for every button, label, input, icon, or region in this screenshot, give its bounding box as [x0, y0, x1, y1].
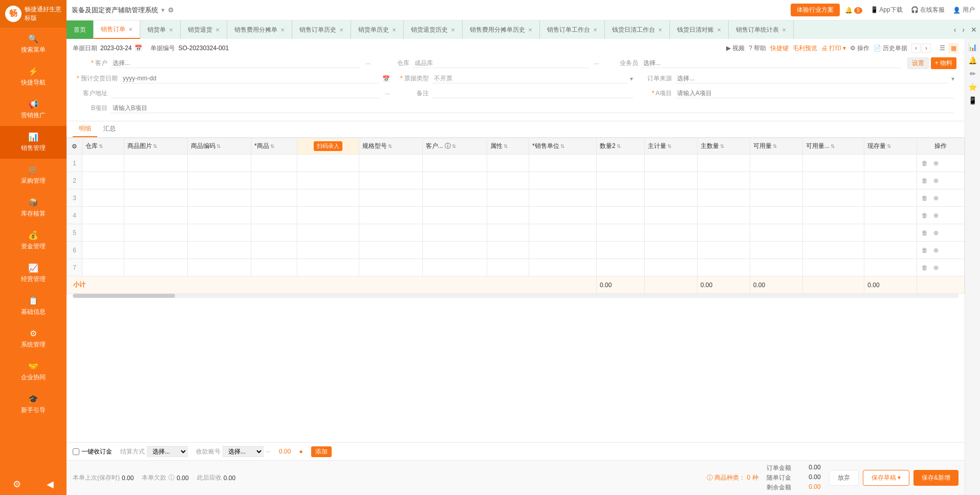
th-product[interactable]: *商品: [251, 138, 297, 155]
delivery-date-input[interactable]: [121, 74, 379, 83]
tabs-next-button[interactable]: ›: [959, 24, 968, 36]
row-7-copy-btn[interactable]: ⊕: [931, 263, 941, 272]
tab-sales-order-close[interactable]: ✕: [128, 27, 133, 32]
sidebar-item-guide[interactable]: 🎓 新手引导: [0, 388, 67, 421]
row-2-customer-code[interactable]: [422, 172, 487, 189]
th-main-unit[interactable]: 主计量: [644, 138, 697, 155]
row-2-code[interactable]: [188, 172, 251, 189]
row-1-product[interactable]: [251, 155, 297, 172]
add-item-button[interactable]: + 物料: [931, 57, 956, 69]
row-2-copy-btn[interactable]: ⊕: [931, 176, 941, 185]
th-unit[interactable]: *销售单位: [529, 138, 596, 155]
tabs-more-button[interactable]: ✕: [968, 24, 980, 36]
th-attr[interactable]: 属性: [487, 138, 529, 155]
row-1-customer-code[interactable]: [422, 155, 487, 172]
scan-button[interactable]: 扫码录入: [314, 141, 342, 151]
sidebar-collapse-icon[interactable]: ◀: [47, 479, 54, 490]
row-2-stock[interactable]: [864, 172, 917, 189]
right-tool-star-btn[interactable]: ⭐: [967, 81, 979, 93]
grid-view-icon[interactable]: ▦: [948, 43, 959, 53]
order-source-dropdown-icon[interactable]: ▾: [951, 75, 954, 82]
account-select[interactable]: 选择...: [223, 446, 264, 457]
sidebar-item-purchase[interactable]: 🛒 采购管理: [0, 159, 67, 191]
save-draft-button[interactable]: 保存草稿 ▾: [863, 470, 909, 486]
tab-invoice-history[interactable]: 销货单历史 ✕: [351, 20, 404, 39]
tab-sales-invoice[interactable]: 销货单 ✕: [140, 20, 181, 39]
tab-expense-history[interactable]: 销售费用分摊单历史 ✕: [463, 20, 540, 39]
row-1-spec[interactable]: [359, 155, 422, 172]
print-btn[interactable]: 🖨 打印 ▾: [821, 44, 846, 53]
row-2-attr[interactable]: [487, 172, 529, 189]
save-new-button[interactable]: 保存&新增: [913, 470, 959, 486]
sidebar-item-sales[interactable]: 📊 销售管理: [0, 126, 67, 159]
next-record-btn[interactable]: ›: [922, 44, 931, 53]
right-tool-chart-btn[interactable]: 📊: [967, 41, 979, 53]
tab-sales-return[interactable]: 销货退货 ✕: [181, 20, 227, 39]
ticket-type-input[interactable]: [432, 74, 627, 83]
sidebar-settings-icon[interactable]: ⚙: [13, 479, 21, 490]
address-more-icon[interactable]: ···: [385, 90, 390, 97]
right-tool-edit-btn[interactable]: ✏: [967, 68, 979, 80]
tab-cash-daily-workspace-close[interactable]: ✕: [658, 27, 662, 33]
online-service-link[interactable]: 🎧 在线客服: [911, 6, 945, 14]
row-4-copy-btn[interactable]: ⊕: [931, 211, 941, 220]
row-6-delete-btn[interactable]: 🗑: [920, 246, 929, 255]
customer-input[interactable]: [111, 58, 360, 68]
row-1-qty2[interactable]: [597, 155, 645, 172]
right-tool-scan-btn[interactable]: 📱: [967, 94, 979, 106]
sidebar-item-system[interactable]: ⚙ 系统管理: [0, 322, 67, 355]
th-settings[interactable]: ⚙: [67, 138, 82, 155]
th-qty2[interactable]: 数量2: [597, 138, 645, 155]
account-more-icon[interactable]: ···: [266, 448, 271, 455]
row-1-warehouse[interactable]: [82, 155, 124, 172]
help-btn[interactable]: ? 帮助: [749, 44, 766, 53]
remark-input[interactable]: [432, 89, 633, 98]
current-debt-info-icon[interactable]: ⓘ: [168, 474, 175, 482]
dropdown-arrow-icon[interactable]: ▾: [161, 6, 165, 14]
tab-invoice-history-close[interactable]: ✕: [392, 27, 396, 33]
row-1-code[interactable]: [188, 155, 251, 172]
row-2-available2[interactable]: [802, 172, 864, 189]
sidebar-item-quicknav[interactable]: ⚡ 快捷导航: [0, 60, 67, 93]
row-1-main-qty[interactable]: [697, 155, 750, 172]
row-2-main-unit[interactable]: [644, 172, 697, 189]
row-2-delete-btn[interactable]: 🗑: [920, 176, 929, 185]
tab-detail[interactable]: 明细: [73, 121, 97, 137]
row-3-delete-btn[interactable]: 🗑: [920, 193, 929, 203]
tab-cash-reconcile[interactable]: 钱货日清对账 ✕: [670, 20, 729, 39]
customer-more-icon[interactable]: ···: [365, 60, 371, 67]
tab-sales-order[interactable]: 销售订单 ✕: [94, 20, 140, 39]
row-2-unit[interactable]: [529, 172, 596, 189]
sidebar-item-inventory[interactable]: 📦 库存核算: [0, 191, 67, 224]
row-1-unit[interactable]: [529, 155, 596, 172]
th-available2[interactable]: 可用量...: [802, 138, 864, 155]
calendar2-icon[interactable]: 📅: [382, 75, 390, 82]
project-b-input[interactable]: [111, 103, 954, 113]
row-5-delete-btn[interactable]: 🗑: [920, 228, 929, 238]
row-7-delete-btn[interactable]: 🗑: [920, 263, 929, 272]
row-1-available2[interactable]: [802, 155, 864, 172]
tab-order-history[interactable]: 销售订单历史 ✕: [292, 20, 351, 39]
tab-return-history-close[interactable]: ✕: [451, 27, 455, 33]
add-deposit-button[interactable]: 添加: [311, 446, 332, 457]
tab-order-stats-close[interactable]: ✕: [782, 27, 786, 33]
tab-cash-daily-workspace[interactable]: 钱货日清工作台 ✕: [605, 20, 670, 39]
th-image[interactable]: 商品图片: [124, 138, 188, 155]
user-menu[interactable]: 👤 用户: [953, 6, 975, 14]
history-btn[interactable]: 📄 历史单据: [874, 44, 907, 53]
row-1-main-unit[interactable]: [644, 155, 697, 172]
row-1-copy-btn[interactable]: ⊕: [931, 159, 941, 168]
row-1-delete-btn[interactable]: 🗑: [920, 159, 929, 168]
payment-method-select[interactable]: 选择...: [147, 446, 188, 457]
calendar-icon[interactable]: 📅: [135, 45, 142, 52]
tab-order-history-close[interactable]: ✕: [339, 27, 343, 33]
tab-cash-reconcile-close[interactable]: ✕: [717, 27, 721, 33]
tab-order-stats[interactable]: 销售订单统计表 ✕: [729, 20, 794, 39]
sidebar-item-basics[interactable]: 📋 基础信息: [0, 290, 67, 322]
order-source-input[interactable]: [675, 74, 948, 83]
row-2-qty2[interactable]: [597, 172, 645, 189]
th-spec[interactable]: 规格型号: [359, 138, 422, 155]
operate-btn[interactable]: ⚙ 操作: [850, 44, 869, 53]
tab-expense-split[interactable]: 销售费用分摊单 ✕: [227, 20, 292, 39]
row-2-spec[interactable]: [359, 172, 422, 189]
